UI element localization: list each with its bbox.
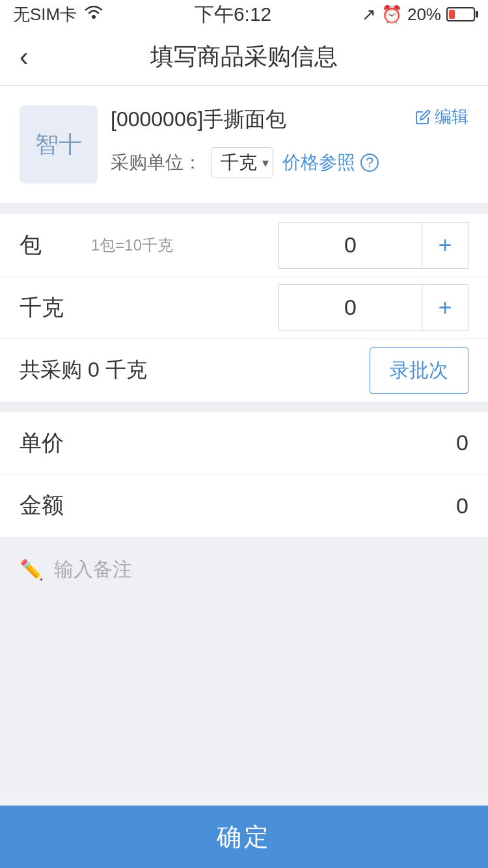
product-card: 智十 [0000006]手撕面包 编辑 采购单位： 千克 价格参照 ?: [0, 86, 488, 204]
pack-section: 包 1包=10千克 +: [0, 214, 488, 277]
carrier-label: 无SIM卡: [13, 3, 77, 26]
pack-plus-button[interactable]: +: [422, 222, 468, 269]
product-id: [0000006]: [111, 107, 203, 131]
kg-row: 千克 +: [0, 277, 488, 339]
battery-fill: [449, 10, 455, 19]
pack-sublabel: 1包=10千克: [91, 235, 173, 256]
product-logo: 智十: [35, 133, 82, 156]
unit-select[interactable]: 千克: [211, 147, 273, 178]
unit-value: 千克: [221, 150, 257, 175]
back-button[interactable]: ‹: [20, 42, 28, 72]
product-name: [0000006]手撕面包: [111, 105, 286, 134]
kg-label: 千克: [20, 293, 85, 323]
price-section: 单价 0 金额 0: [0, 412, 488, 537]
status-left: 无SIM卡: [13, 3, 104, 26]
battery-percentage: 20%: [407, 5, 441, 25]
product-top-row: [0000006]手撕面包 编辑: [111, 105, 468, 134]
page-title: 填写商品采购信息: [150, 41, 338, 73]
confirm-button[interactable]: 确定: [0, 806, 488, 868]
status-bar: 无SIM卡 下午6:12 ↗ ⏰ 20%: [0, 0, 488, 29]
unit-price-value: 0: [456, 430, 468, 455]
amount-label: 金额: [20, 491, 64, 521]
kg-plus-button[interactable]: +: [422, 284, 468, 331]
summary-text: 共采购 0 千克: [20, 356, 147, 385]
amount-row: 金额 0: [0, 474, 488, 537]
battery-icon: [446, 7, 475, 21]
remark-section[interactable]: ✏️ 输入备注: [0, 537, 488, 602]
price-ref-label: 价格参照: [282, 150, 355, 175]
wifi-icon: [83, 5, 104, 25]
unit-price-label: 单价: [20, 428, 64, 458]
batch-button[interactable]: 录批次: [370, 347, 468, 394]
unit-label: 采购单位：: [111, 150, 202, 175]
product-info: [0000006]手撕面包 编辑 采购单位： 千克 价格参照 ?: [111, 105, 468, 178]
summary-row: 共采购 0 千克 录批次: [0, 339, 488, 401]
alarm-icon: ⏰: [381, 5, 402, 25]
kg-section: 千克 +: [0, 277, 488, 339]
location-icon: ↗: [362, 5, 376, 25]
product-thumbnail: 智十: [20, 105, 98, 183]
unit-price-row: 单价 0: [0, 412, 488, 474]
svg-point-0: [92, 15, 96, 19]
pack-input[interactable]: [278, 222, 422, 269]
kg-input-area: +: [85, 284, 468, 331]
kg-input[interactable]: [278, 284, 422, 331]
section-divider-2: [0, 401, 488, 412]
edit-button[interactable]: 编辑: [415, 105, 468, 128]
status-right: ↗ ⏰ 20%: [362, 5, 475, 25]
product-unit-row: 采购单位： 千克 价格参照 ?: [111, 147, 468, 178]
content-bottom: [0, 602, 488, 797]
help-icon: ?: [360, 154, 379, 172]
product-title: 手撕面包: [203, 107, 286, 131]
status-time: 下午6:12: [195, 1, 271, 28]
price-ref-button[interactable]: 价格参照 ?: [282, 150, 379, 175]
edit-label: 编辑: [435, 105, 468, 128]
pack-input-area: +: [173, 222, 468, 269]
remark-placeholder: 输入备注: [54, 556, 132, 583]
section-divider-1: [0, 204, 488, 214]
pack-label: 包: [20, 230, 85, 260]
pencil-icon: ✏️: [20, 558, 44, 581]
pack-row: 包 1包=10千克 +: [0, 214, 488, 277]
amount-value: 0: [456, 493, 468, 519]
nav-bar: ‹ 填写商品采购信息: [0, 29, 488, 86]
